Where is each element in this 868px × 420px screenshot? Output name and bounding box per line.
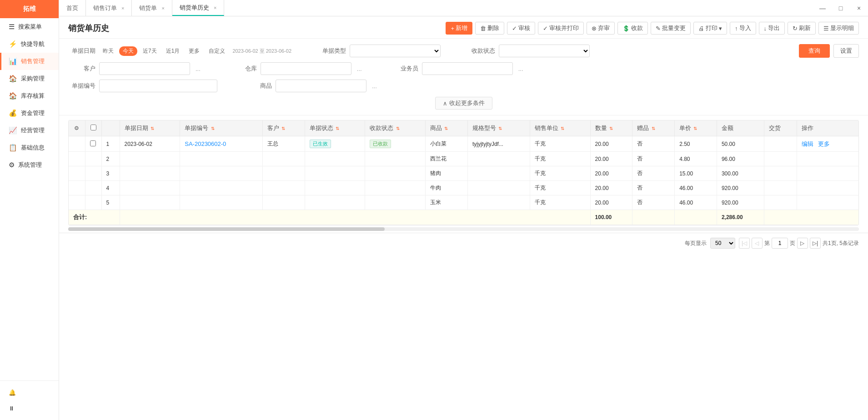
discard-button[interactable]: ⊗ 弃审	[587, 22, 615, 35]
date-tab-custom[interactable]: 自定义	[205, 46, 229, 56]
col-unit-sort[interactable]: ⇅	[561, 126, 564, 131]
show-detail-button[interactable]: ☰ 显示明细	[818, 22, 859, 35]
date-tab-1month[interactable]: 近1月	[162, 46, 184, 56]
col-unit-price-sort[interactable]: ⇅	[693, 126, 697, 131]
cell-checkbox-1[interactable]	[85, 136, 101, 152]
refresh-button[interactable]: ↻ 刷新	[788, 22, 816, 35]
query-button[interactable]: 查询	[799, 44, 830, 58]
col-doc-number-sort[interactable]: ⇅	[211, 126, 215, 131]
collapse-filter-button[interactable]: ∧ 收起更多条件	[435, 97, 492, 110]
tab-sales-goods-close[interactable]: ×	[161, 5, 164, 11]
next-page-button[interactable]: ▷	[797, 238, 808, 249]
window-min-button[interactable]: —	[813, 0, 832, 16]
col-customer-sort[interactable]: ⇅	[281, 126, 285, 131]
delete-button[interactable]: 🗑 删除	[475, 22, 504, 35]
sidebar-item-fund-mgmt[interactable]: 💰 资金管理	[0, 105, 59, 122]
sidebar-item-inventory[interactable]: 🏠 库存核算	[0, 87, 59, 105]
last-page-button[interactable]: ▷|	[810, 238, 821, 249]
cell-checkbox-3[interactable]	[85, 166, 101, 181]
import-button[interactable]: ↑ 导入	[730, 22, 756, 35]
sidebar-notification[interactable]: 🔔	[0, 385, 59, 400]
salesperson-ellipsis[interactable]: ...	[517, 65, 525, 73]
prev-page-button[interactable]: ◁	[752, 238, 763, 249]
col-spec-sort[interactable]: ⇅	[498, 126, 502, 131]
customer-ellipsis[interactable]: ...	[194, 65, 202, 73]
doc-number-link-1[interactable]: SA-20230602-0	[185, 140, 226, 147]
date-tab-yesterday[interactable]: 昨天	[99, 46, 117, 56]
new-button[interactable]: + 新增	[446, 22, 472, 35]
sidebar-item-purchase-mgmt[interactable]: 🏠 采购管理	[0, 70, 59, 87]
doc-number-input[interactable]	[99, 80, 217, 92]
summary-row: 合计: 100.00 2,286.00	[69, 210, 858, 225]
row-checkbox-1[interactable]	[90, 140, 96, 146]
date-tab-more[interactable]: 更多	[185, 46, 203, 56]
goods-ellipsis[interactable]: ...	[370, 82, 379, 90]
settings-button[interactable]: 设置	[833, 44, 859, 58]
audit-print-button[interactable]: ✓ 审核并打印	[538, 22, 584, 35]
warehouse-input[interactable]	[261, 62, 351, 75]
batch-change-button[interactable]: ✎ 批量变更	[651, 22, 691, 35]
col-spec-label: 规格型号	[472, 125, 496, 131]
col-qty[interactable]: 数量 ⇅	[590, 120, 632, 136]
col-settings[interactable]: ⚙	[69, 120, 85, 136]
per-page-select[interactable]: 50 100 200	[710, 238, 735, 249]
collect-button[interactable]: 💲 收款	[617, 22, 648, 35]
tab-sales-history-close[interactable]: ×	[214, 5, 216, 10]
print-button[interactable]: 🖨 打印 ▾	[693, 22, 727, 35]
col-spec[interactable]: 规格型号 ⇅	[467, 120, 530, 136]
col-gift-sort[interactable]: ⇅	[652, 126, 655, 131]
col-payment-status[interactable]: 收款状态 ⇅	[365, 120, 426, 136]
audit-button[interactable]: ✓ 审核	[507, 22, 535, 35]
date-tab-today[interactable]: 今天	[119, 46, 137, 56]
tab-sales-order[interactable]: 销售订单 ×	[86, 0, 132, 16]
doc-type-select[interactable]	[350, 45, 441, 57]
cell-docnum-1[interactable]: SA-20230602-0	[180, 136, 263, 152]
tab-sales-goods[interactable]: 销货单 ×	[132, 0, 172, 16]
window-max-button[interactable]: □	[832, 0, 850, 16]
tab-home[interactable]: 首页	[59, 0, 86, 16]
export-button[interactable]: ↓ 导出	[759, 22, 785, 35]
more-link-1[interactable]: 更多	[818, 140, 830, 147]
sidebar-pause[interactable]: ⏸	[0, 400, 59, 416]
col-doc-number[interactable]: 单据编号 ⇅	[180, 120, 263, 136]
sidebar-item-quick-nav[interactable]: ⚡ 快捷导航	[0, 35, 59, 53]
cell-settings-5	[69, 195, 85, 210]
page-number-input[interactable]: 1	[772, 238, 788, 249]
sidebar-item-basic-info[interactable]: 📋 基础信息	[0, 139, 59, 156]
sidebar-item-sys-mgmt[interactable]: ⚙ 系统管理	[0, 156, 59, 174]
col-date-sort[interactable]: ⇅	[151, 126, 154, 131]
window-close-button[interactable]: ×	[850, 0, 868, 16]
salesperson-input[interactable]	[422, 62, 513, 75]
col-goods[interactable]: 商品 ⇅	[426, 120, 468, 136]
cell-settings-1	[69, 136, 85, 152]
col-unit-price[interactable]: 单价 ⇅	[675, 120, 717, 136]
col-doc-status[interactable]: 单据状态 ⇅	[305, 120, 365, 136]
payment-status-select[interactable]	[499, 45, 590, 57]
col-qty-sort[interactable]: ⇅	[609, 126, 613, 131]
col-gift[interactable]: 赠品 ⇅	[632, 120, 675, 136]
scrollbar-thumb[interactable]	[68, 227, 385, 231]
horizontal-scrollbar[interactable]	[68, 227, 859, 231]
sidebar-item-ops-mgmt[interactable]: 📈 经营管理	[0, 122, 59, 139]
warehouse-ellipsis[interactable]: ...	[355, 65, 364, 73]
sidebar-item-search-menu[interactable]: ☰ 搜索菜单	[0, 18, 59, 35]
col-date[interactable]: 单据日期 ⇅	[120, 120, 180, 136]
cell-checkbox-4[interactable]	[85, 181, 101, 195]
first-page-button[interactable]: |◁	[739, 238, 750, 249]
col-unit[interactable]: 销售单位 ⇅	[530, 120, 590, 136]
col-goods-sort[interactable]: ⇅	[444, 126, 448, 131]
select-all-checkbox[interactable]	[90, 125, 96, 130]
col-payment-status-sort[interactable]: ⇅	[396, 126, 400, 131]
sidebar-item-sales-mgmt[interactable]: 📊 销售管理	[0, 53, 59, 70]
tab-sales-history[interactable]: 销货单历史 ×	[172, 0, 224, 16]
goods-input[interactable]	[276, 80, 366, 92]
edit-link-1[interactable]: 编辑	[802, 140, 813, 147]
col-doc-status-sort[interactable]: ⇅	[336, 126, 339, 131]
cell-checkbox-5[interactable]	[85, 195, 101, 210]
col-customer[interactable]: 客户 ⇅	[262, 120, 305, 136]
customer-input[interactable]	[99, 62, 190, 75]
col-checkbox[interactable]	[85, 120, 101, 136]
cell-checkbox-2[interactable]	[85, 152, 101, 166]
tab-sales-order-close[interactable]: ×	[121, 5, 124, 11]
date-tab-7days[interactable]: 近7天	[139, 46, 161, 56]
